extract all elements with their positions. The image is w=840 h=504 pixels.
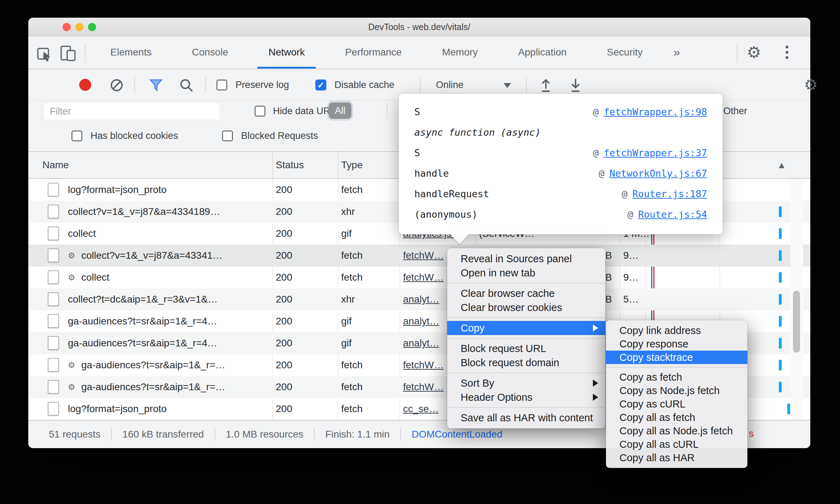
request-checkbox[interactable]	[48, 227, 59, 240]
inspect-element-icon[interactable]	[36, 44, 54, 62]
request-initiator-link[interactable]: fetchW…	[403, 354, 444, 376]
stack-frame-location-link[interactable]: Router.js:54	[638, 209, 707, 220]
search-icon[interactable]	[180, 78, 194, 93]
request-name[interactable]: ga-audiences?t=sr&aip=1&_r=4…	[68, 332, 217, 354]
preserve-log-checkbox[interactable]	[216, 80, 227, 90]
request-initiator-link[interactable]: fetchW…	[403, 266, 444, 288]
request-name[interactable]: collect?t=dc&aip=1&_r=3&v=1&…	[68, 288, 217, 310]
disable-cache-label[interactable]: Disable cache	[334, 69, 395, 100]
hide-data-urls-checkbox[interactable]	[255, 106, 266, 117]
request-checkbox[interactable]	[48, 270, 59, 284]
table-row[interactable]: ⚙collect?v=1&_v=j87&a=43341…200fetchfetc…	[28, 245, 810, 266]
request-name[interactable]: collect?v=1&_v=j87&a=43341…	[81, 245, 222, 266]
filter-pill-other[interactable]: Other	[723, 106, 747, 117]
request-checkbox[interactable]	[48, 336, 59, 350]
request-name[interactable]: collect?v=1&_v=j87&a=4334189…	[68, 201, 220, 223]
preserve-log-label[interactable]: Preserve log	[235, 69, 289, 100]
menu-item-copy-response[interactable]: Copy response	[606, 337, 747, 351]
request-name[interactable]: ga-audiences?t=sr&aip=1&_r=…	[81, 376, 225, 398]
chevron-down-icon[interactable]	[503, 83, 511, 88]
filter-funnel-icon[interactable]	[149, 79, 163, 92]
more-tabs-chevron-icon[interactable]: »	[663, 36, 691, 69]
request-initiator-link[interactable]: fetchW…	[403, 376, 444, 398]
settings-gear-icon[interactable]: ⚙	[747, 36, 761, 69]
request-name[interactable]: ga-audiences?t=sr&aip=1&_r=…	[81, 354, 225, 376]
tab-security[interactable]: Security	[587, 36, 663, 69]
menu-item-copy-link-address[interactable]: Copy link address	[606, 324, 747, 337]
request-name[interactable]: ga-audiences?t=sr&aip=1&_r=4…	[68, 310, 217, 332]
menu-item-copy-as-curl[interactable]: Copy as cURL	[606, 397, 747, 411]
menu-item-copy-all-as-node-js-fetch[interactable]: Copy all as Node.js fetch	[606, 424, 747, 438]
request-name[interactable]: collect	[68, 223, 96, 245]
request-name[interactable]: log?format=json_proto	[68, 179, 167, 201]
filter-pill-all[interactable]: All	[329, 102, 351, 119]
request-checkbox[interactable]	[48, 248, 59, 262]
waterfall-bar[interactable]	[779, 316, 782, 327]
has-blocked-cookies-checkbox[interactable]	[71, 130, 82, 141]
tab-network[interactable]: Network	[248, 36, 325, 69]
menu-item-reveal-in-sources-panel[interactable]: Reveal in Sources panel	[447, 252, 605, 266]
request-checkbox[interactable]	[48, 402, 59, 416]
waterfall-bar[interactable]	[779, 360, 782, 370]
filter-input[interactable]	[44, 103, 219, 119]
more-options-kebab-icon[interactable]	[786, 46, 788, 59]
column-header-name[interactable]: Name	[42, 152, 69, 178]
menu-item-copy-all-as-fetch[interactable]: Copy all as fetch	[606, 411, 747, 424]
blocked-requests-checkbox[interactable]	[222, 130, 233, 141]
request-checkbox[interactable]	[48, 380, 59, 394]
menu-item-open-in-new-tab[interactable]: Open in new tab	[447, 266, 605, 280]
waterfall-bar[interactable]	[779, 206, 782, 217]
tab-memory[interactable]: Memory	[422, 36, 498, 69]
network-settings-gear-icon[interactable]: ⚙	[804, 69, 818, 100]
table-row[interactable]: collect?t=dc&aip=1&_r=3&v=1&…200xhranaly…	[28, 288, 810, 310]
request-initiator-link[interactable]: analyt…	[403, 310, 439, 332]
menu-item-sort-by[interactable]: Sort By	[447, 376, 605, 390]
sort-ascending-icon[interactable]: ▲	[777, 152, 786, 178]
scrollbar-thumb[interactable]	[793, 291, 800, 353]
waterfall-bar[interactable]	[779, 338, 782, 348]
menu-item-copy-stacktrace[interactable]: Copy stacktrace	[606, 351, 747, 364]
tab-elements[interactable]: Elements	[90, 36, 172, 69]
waterfall-bar[interactable]	[779, 382, 782, 392]
request-initiator-link[interactable]: analyt…	[403, 332, 439, 354]
waterfall-bar[interactable]	[779, 250, 782, 261]
request-name[interactable]: log?format=json_proto	[68, 398, 167, 420]
column-header-status[interactable]: Status	[276, 152, 304, 178]
menu-item-copy-all-as-curl[interactable]: Copy all as cURL	[606, 438, 747, 451]
column-header-type[interactable]: Type	[341, 152, 363, 178]
waterfall-bar[interactable]	[787, 404, 790, 414]
menu-item-copy-all-as-har[interactable]: Copy all as HAR	[606, 451, 747, 464]
request-name[interactable]: collect	[81, 266, 109, 288]
stack-frame-location-link[interactable]: fetchWrapper.js:37	[603, 147, 707, 158]
tab-performance[interactable]: Performance	[325, 36, 422, 69]
stack-frame-location-link[interactable]: NetworkOnly.js:67	[609, 168, 707, 179]
waterfall-bar[interactable]	[779, 294, 782, 305]
waterfall-bar[interactable]	[779, 272, 782, 283]
menu-item-block-request-domain[interactable]: Block request domain	[447, 356, 605, 370]
blocked-requests-label[interactable]: Blocked Requests	[241, 130, 318, 141]
request-initiator-link[interactable]: analyt…	[403, 288, 439, 310]
record-network-log-button[interactable]	[79, 79, 91, 91]
request-checkbox[interactable]	[48, 205, 59, 218]
menu-item-header-options[interactable]: Header Options	[447, 390, 605, 404]
disable-cache-checkbox[interactable]: ✓	[315, 80, 326, 90]
request-initiator-link[interactable]: cc_se…	[403, 398, 439, 420]
import-har-icon[interactable]	[539, 78, 552, 93]
menu-item-copy-as-fetch[interactable]: Copy as fetch	[606, 370, 747, 384]
request-checkbox[interactable]	[48, 292, 59, 306]
menu-item-block-request-url[interactable]: Block request URL	[447, 341, 605, 356]
request-checkbox[interactable]	[48, 314, 59, 328]
device-toolbar-icon[interactable]	[59, 44, 78, 62]
stack-frame-location-link[interactable]: fetchWrapper.js:98	[603, 106, 707, 117]
menu-item-clear-browser-cookies[interactable]: Clear browser cookies	[447, 300, 605, 315]
menu-item-copy[interactable]: Copy	[447, 321, 605, 335]
menu-item-copy-as-node-js-fetch[interactable]: Copy as Node.js fetch	[606, 384, 747, 397]
menu-item-clear-browser-cache[interactable]: Clear browser cache	[447, 286, 605, 300]
tab-application[interactable]: Application	[498, 36, 587, 69]
export-har-icon[interactable]	[569, 78, 582, 93]
tab-console[interactable]: Console	[172, 36, 249, 69]
table-row[interactable]: ⚙collect200fetchfetchW…7 B9…	[28, 266, 810, 288]
request-checkbox[interactable]	[48, 358, 59, 372]
waterfall-bar[interactable]	[779, 228, 782, 239]
stack-frame-location-link[interactable]: Router.js:187	[632, 188, 707, 199]
